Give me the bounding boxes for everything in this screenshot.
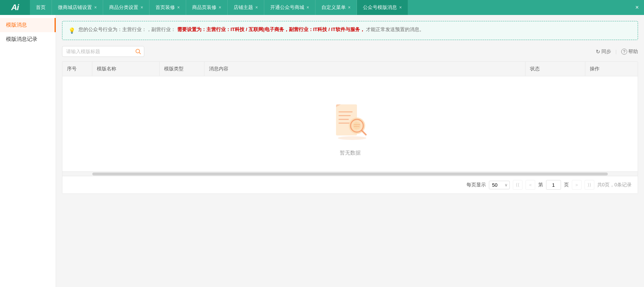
tab-open-mall[interactable]: 开通公众号商城 ×: [264, 0, 315, 15]
tab-close-product-decoration[interactable]: ×: [219, 5, 221, 10]
page-number-input[interactable]: [546, 180, 561, 190]
tab-template-message[interactable]: 公众号模版消息 ×: [357, 0, 408, 15]
table-col-content: 消息内容: [204, 62, 526, 76]
tab-micro-shop-settings[interactable]: 微商城店铺设置 ×: [52, 0, 103, 15]
search-left: [62, 46, 144, 57]
svg-point-12: [338, 136, 366, 140]
sidebar: 模版消息 模版消息记录: [0, 15, 56, 287]
sync-icon: ↻: [596, 49, 600, 55]
page-size-select-wrap: 10 20 50 100 ∨: [489, 181, 510, 189]
page-prev-button[interactable]: ＜: [526, 180, 535, 190]
notice-text: 您的公众号行业为：主营行业：，副营行业： 需要设置为：主营行业：IT科技 / 互…: [78, 26, 424, 34]
tab-home-decoration[interactable]: 首页装修 ×: [150, 0, 186, 15]
tab-close-product-category[interactable]: ×: [141, 5, 143, 10]
help-button[interactable]: ? 帮助: [621, 48, 638, 55]
empty-illustration: [328, 99, 373, 144]
page-unit-label: 页: [564, 181, 569, 188]
tab-product-decoration[interactable]: 商品页装修 ×: [186, 0, 228, 15]
tab-shop-theme[interactable]: 店铺主题 ×: [228, 0, 264, 15]
tab-close-shop-theme[interactable]: ×: [255, 5, 258, 10]
page-size-select[interactable]: 10 20 50 100: [489, 181, 510, 189]
empty-text: 暂无数据: [340, 150, 361, 156]
empty-state: 暂无数据: [62, 76, 638, 171]
divider: |: [616, 49, 617, 54]
scroll-track[interactable]: [92, 172, 608, 175]
tab-close-template-message[interactable]: ×: [399, 5, 402, 10]
tab-custom-menu[interactable]: 自定义菜单 ×: [315, 0, 357, 15]
tab-bar-close-button[interactable]: ×: [630, 0, 644, 15]
search-icon: [135, 49, 141, 55]
sidebar-item-template-msg-record[interactable]: 模版消息记录: [0, 32, 56, 46]
search-right: ↻ 同步 | ? 帮助: [596, 48, 638, 55]
svg-line-8: [362, 131, 366, 135]
table-col-name: 模版名称: [92, 62, 160, 76]
table-col-action: 操作: [585, 62, 638, 76]
search-button[interactable]: [135, 49, 141, 55]
data-table: 序号 模版名称 模版类型 消息内容 状态 操作: [62, 61, 638, 194]
help-icon: ?: [621, 49, 627, 55]
search-bar: ↻ 同步 | ? 帮助: [62, 46, 638, 57]
notice-highlight: 需要设置为：主营行业：IT科技 / 互联网|电子商务，副营行业：IT科技 / I…: [177, 27, 365, 32]
search-input[interactable]: [62, 46, 144, 57]
tab-close-micro-shop[interactable]: ×: [94, 5, 97, 10]
notice-icon: 💡: [68, 26, 76, 35]
table-col-type: 模版类型: [160, 62, 204, 76]
table-col-status: 状态: [526, 62, 585, 76]
page-last-button[interactable]: ⟩⟩: [585, 180, 594, 190]
notice-box: 💡 您的公众号行业为：主营行业：，副营行业： 需要设置为：主营行业：IT科技 /…: [62, 21, 638, 40]
tab-product-category[interactable]: 商品分类设置 ×: [103, 0, 150, 15]
sync-button[interactable]: ↻ 同步: [596, 48, 611, 55]
content-area: 💡 您的公众号行业为：主营行业：，副营行业： 需要设置为：主营行业：IT科技 /…: [56, 15, 644, 287]
tab-bar: Ai 首页 微商城店铺设置 × 商品分类设置 × 首页装修 × 商品页装修 × …: [0, 0, 644, 15]
tab-close-home-decoration[interactable]: ×: [177, 5, 180, 10]
tab-home[interactable]: 首页: [30, 0, 52, 15]
pagination-bar: 每页显示 10 20 50 100 ∨ ⟨⟨ ＜ 第 页 ＞ ⟩⟩ 共: [62, 176, 638, 193]
svg-point-9: [353, 122, 361, 129]
sidebar-item-template-msg[interactable]: 模版消息: [0, 18, 56, 32]
table-header: 序号 模版名称 模版类型 消息内容 状态 操作: [62, 62, 638, 76]
page-label: 第: [538, 181, 543, 188]
tab-close-custom-menu[interactable]: ×: [348, 5, 351, 10]
app-logo: Ai: [0, 0, 30, 15]
total-text: 共0页，0条记录: [597, 181, 632, 188]
tab-close-open-mall[interactable]: ×: [306, 5, 309, 10]
scroll-bar-area[interactable]: [62, 171, 638, 176]
main-layout: 模版消息 模版消息记录 💡 您的公众号行业为：主营行业：，副营行业： 需要设置为…: [0, 15, 644, 287]
page-next-button[interactable]: ＞: [572, 180, 582, 190]
page-first-button[interactable]: ⟨⟨: [513, 180, 523, 190]
table-col-index: 序号: [62, 62, 92, 76]
search-input-wrap: [62, 46, 144, 57]
page-size-label: 每页显示: [466, 181, 486, 188]
svg-line-1: [139, 52, 141, 54]
